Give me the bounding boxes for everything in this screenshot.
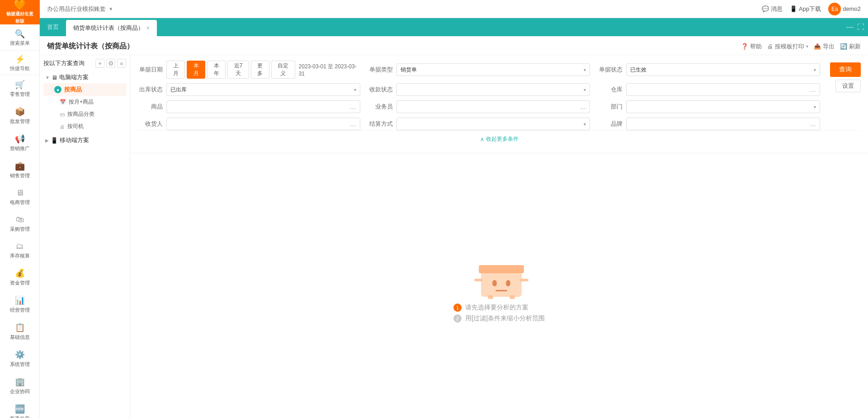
collapse-panel-btn[interactable]: « — [117, 59, 126, 68]
finance-label: 资金管理 — [10, 280, 30, 286]
query-btn[interactable]: 查询 — [830, 62, 861, 77]
username-label: demo2 — [843, 5, 861, 12]
sidebar-item-purchase[interactable]: 🛍 采购管理 — [0, 210, 39, 237]
basic-icon: 📋 — [15, 323, 25, 332]
industry-name: 办公用品行业模拟账套 — [47, 5, 106, 13]
content-area: 按以下方案查询 + ⚙ « ▼ 🖥 电脑端方案 ● — [40, 55, 868, 418]
logo-icon: 🧡 — [14, 0, 26, 10]
scheme-item-by-driver[interactable]: 🖨 按司机 — [43, 120, 126, 133]
doc-status-label: 单据状态 — [597, 66, 623, 74]
dept-input[interactable]: ▾ — [626, 100, 820, 113]
filter-area: 单据日期 上月 本月 本年 近7天 更多 自定义 2023-03-01 至 20… — [130, 55, 868, 153]
page-actions: ❓ 帮助 🖨 按模板打印 ▾ 📤 导出 🔄 刷新 — [741, 43, 861, 51]
sidebar-item-system[interactable]: ⚙️ 系统管理 — [0, 345, 39, 372]
doc-type-input[interactable]: 销货单 ▾ — [396, 63, 590, 76]
filter-doc-status: 单据状态 已生效 ▾ — [597, 63, 820, 76]
topbar-left: 办公用品行业模拟账套 ▾ — [47, 5, 113, 13]
doc-status-input[interactable]: 已生效 ▾ — [626, 63, 820, 76]
dropdown-arrow-icon[interactable]: ▾ — [109, 5, 113, 12]
tab-active[interactable]: 销货单统计计表（按商品） × — [66, 20, 157, 36]
brand-input[interactable]: … — [626, 118, 820, 130]
settings-btn[interactable]: 设置 — [835, 80, 861, 92]
driver-icon: 🖨 — [60, 124, 65, 129]
warehouse-input[interactable]: … — [626, 83, 820, 96]
collapse-btn[interactable]: ∧ 收起更多条件 — [477, 133, 521, 146]
help-label: 帮助 — [750, 43, 762, 51]
system-icon: ⚙️ — [15, 350, 25, 360]
date-btn-more[interactable]: 更多 — [251, 61, 269, 79]
retail-icon: 🛒 — [15, 80, 25, 90]
user-btn[interactable]: Ea demo2 — [828, 3, 861, 15]
operations-label: 经营管理 — [10, 307, 30, 314]
mobile-group-arrow: ▶ — [45, 138, 49, 143]
sidebar-item-inventory[interactable]: 🗂 库存核算 — [0, 237, 39, 264]
settle-input[interactable]: ▾ — [396, 118, 590, 130]
sales-dots: … — [580, 103, 586, 110]
sidebar-item-finance[interactable]: 💰 资金管理 — [0, 264, 39, 291]
tab-maximize-icon[interactable]: ⛶ — [857, 23, 864, 31]
print-dropdown-icon: ▾ — [806, 44, 808, 49]
driver-label: 按司机 — [67, 123, 84, 130]
help-icon: ❓ — [741, 43, 748, 50]
sidebar-item-enterprise[interactable]: 🏢 企业协同 — [0, 372, 39, 399]
mobile-icon: 📱 — [51, 137, 58, 144]
settings-scheme-btn[interactable]: ⚙ — [106, 59, 115, 68]
sidebar-item-ecommerce[interactable]: 🖥 电商管理 — [0, 184, 39, 210]
sidebar-item-guide[interactable]: 🆕 新手引导 — [0, 399, 39, 418]
tab-minimize-icon[interactable]: — — [846, 23, 854, 31]
print-icon: 🖨 — [767, 43, 773, 50]
app-download-btn[interactable]: 📱 App下载 — [790, 5, 821, 13]
out-status-input[interactable]: 已出库 ▾ — [166, 83, 360, 96]
sidebar-item-marketing[interactable]: 📢 营销推广 — [0, 129, 39, 157]
sidebar-quick-nav-section[interactable]: ⚡ 快捷导航 — [0, 51, 39, 75]
date-btn-this-month[interactable]: 本月 — [187, 61, 205, 79]
sales-input[interactable]: … — [396, 100, 590, 113]
logo-subtitle: 标版 — [15, 18, 24, 24]
sidebar-item-operations[interactable]: 📊 经营管理 — [0, 291, 39, 318]
scheme-item-by-category[interactable]: 🗃 按商品分类 — [43, 108, 126, 120]
pc-group-label: 电脑端方案 — [59, 73, 89, 81]
sidebar-search-section[interactable]: 🔍 搜索菜单 — [0, 24, 39, 51]
message-btn[interactable]: 💬 消息 — [762, 5, 783, 13]
date-label: 单据日期 — [137, 66, 163, 74]
add-scheme-btn[interactable]: + — [95, 59, 104, 68]
settle-label: 结算方式 — [368, 120, 393, 128]
collection-input[interactable]: ▾ — [396, 83, 590, 96]
out-status-value: 已出库 — [170, 86, 187, 94]
print-btn[interactable]: 🖨 按模板打印 ▾ — [767, 43, 808, 51]
filter-goods: 商品 … — [137, 100, 360, 113]
sidebar-item-sales[interactable]: 💼 销售管理 — [0, 157, 39, 184]
receiver-input[interactable]: … — [166, 118, 360, 130]
date-btn-this-year[interactable]: 本年 — [207, 61, 226, 79]
filter-date: 单据日期 上月 本月 本年 近7天 更多 自定义 2023-03-01 至 20… — [137, 61, 360, 79]
empty-illustration — [472, 249, 526, 294]
sidebar-item-wholesale[interactable]: 📦 批发管理 — [0, 102, 39, 129]
scheme-group-pc-header[interactable]: ▼ 🖥 电脑端方案 — [43, 71, 126, 83]
date-btn-custom[interactable]: 自定义 — [271, 61, 295, 79]
export-btn[interactable]: 📤 导出 — [814, 43, 835, 51]
sidebar-search-label: 搜索菜单 — [10, 40, 30, 47]
receiver-dots: … — [350, 120, 356, 128]
filter-sales: 业务员 … — [368, 100, 590, 113]
sidebar-item-basic[interactable]: 📋 基础信息 — [0, 318, 39, 345]
refresh-icon: 🔄 — [840, 43, 847, 50]
help-btn[interactable]: ❓ 帮助 — [741, 43, 762, 51]
sidebar-item-retail[interactable]: 🛒 零售管理 — [0, 75, 39, 102]
date-btn-7days[interactable]: 近7天 — [227, 61, 249, 79]
tab-home[interactable]: 首页 — [40, 18, 66, 36]
tab-close-btn[interactable]: × — [146, 25, 150, 31]
scheme-group-mobile-header[interactable]: ▶ 📱 移动端方案 — [43, 134, 126, 146]
month-goods-label: 按月+商品 — [69, 98, 94, 106]
logo-text: 畅捷通好生意 — [6, 11, 33, 17]
guide-icon: 🆕 — [15, 404, 25, 414]
svg-rect-8 — [509, 295, 515, 299]
step1-text: 请先选择要分析的方案 — [465, 304, 528, 312]
finance-icon: 💰 — [15, 268, 25, 278]
goods-input[interactable]: … — [166, 100, 360, 113]
refresh-btn[interactable]: 🔄 刷新 — [840, 43, 861, 51]
scheme-item-by-goods[interactable]: ● 按商品 — [43, 83, 126, 96]
date-btn-last-month[interactable]: 上月 — [166, 61, 185, 79]
scheme-item-by-month-goods[interactable]: 📅 按月+商品 — [43, 96, 126, 108]
step2-text: 用[过滤]条件来缩小分析范围 — [465, 314, 545, 323]
inventory-icon: 🗂 — [16, 242, 24, 251]
